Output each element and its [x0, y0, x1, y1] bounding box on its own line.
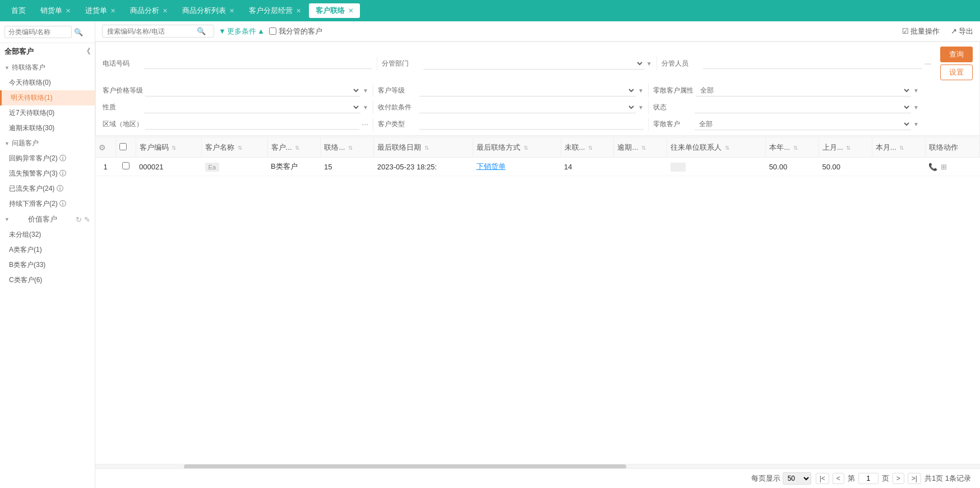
- cell-index: 1: [95, 158, 115, 176]
- batch-op-btn[interactable]: ☑ 批量操作: [902, 26, 940, 36]
- page-size-select[interactable]: 10 20 50 100: [783, 472, 811, 485]
- phone-input[interactable]: [144, 58, 372, 69]
- chevron-down-icon: ▼: [913, 121, 919, 127]
- chevron-down-icon: ▼: [363, 88, 368, 94]
- sidebar-item-churned[interactable]: 已流失客户(24) ⓘ: [0, 181, 95, 196]
- prev-page-btn[interactable]: <: [833, 473, 844, 484]
- ellipsis-icon[interactable]: ···: [362, 119, 368, 128]
- region-input[interactable]: [145, 119, 359, 130]
- sidebar-item-churn-warning[interactable]: 流失预警客户(3) ⓘ: [0, 166, 95, 181]
- close-icon[interactable]: ✕: [110, 7, 115, 15]
- col-checkbox: [115, 138, 136, 158]
- chevron-down-icon: ▼: [913, 104, 919, 111]
- dept-select[interactable]: [423, 58, 644, 70]
- table-row: 1 000021 Ea B类客户 15 2023-05-23 18:25: 下销…: [95, 158, 980, 176]
- action-more-icon[interactable]: ⊞: [941, 163, 947, 171]
- page-number-input[interactable]: [858, 473, 879, 484]
- export-btn[interactable]: ↗ 导出: [951, 26, 973, 36]
- customer-type-input[interactable]: [419, 119, 644, 130]
- group-pending-contact: 待联络客户: [0, 60, 95, 75]
- refresh-icon[interactable]: ↻: [76, 215, 82, 224]
- retail-customer-select[interactable]: 全部: [695, 118, 911, 130]
- edit-icon[interactable]: ✎: [84, 215, 90, 224]
- filter-phone: 电话号码: [103, 58, 372, 69]
- sidebar-item-ungrouped[interactable]: 未分组(32): [0, 227, 95, 242]
- sidebar-item-tomorrow-contact[interactable]: 明天待联络(1): [0, 90, 95, 105]
- close-icon[interactable]: ✕: [229, 7, 234, 15]
- payment-select[interactable]: [419, 102, 636, 113]
- filter-retail-attr: 零散客户属性 全部 ▼: [653, 85, 919, 96]
- sort-icon: ⇅: [793, 145, 798, 151]
- close-icon[interactable]: ✕: [296, 7, 301, 15]
- status-select[interactable]: [695, 102, 911, 113]
- sidebar: 🔍 全部客户 《 待联络客户 今天待联络(0) 明天待联络(1) 近7天待联络(…: [0, 21, 95, 488]
- col-this-month: 本月... ⇅: [872, 138, 925, 158]
- sidebar-item-declining[interactable]: 持续下滑客户(2) ⓘ: [0, 196, 95, 211]
- nav-home[interactable]: 首页: [4, 3, 33, 18]
- sidebar-item-type-a[interactable]: A类客户(1): [0, 242, 95, 257]
- close-icon[interactable]: ✕: [66, 7, 71, 15]
- top-navigation: 首页 销货单 ✕ 进货单 ✕ 商品分析 ✕ 商品分析列表 ✕ 客户分层经营 ✕ …: [0, 0, 980, 21]
- nav-product-analysis-list[interactable]: 商品分析列表 ✕: [175, 3, 241, 18]
- filter-customer-level: 客户等级 ▼: [378, 85, 644, 96]
- sidebar-item-type-b[interactable]: B类客户(33): [0, 257, 95, 273]
- nav-sales-order[interactable]: 销货单 ✕: [34, 3, 77, 18]
- content-area: 🔍 ▼ 更多条件 ▲ 我分管的客户 ☑ 批量操作 ↗ 导出: [95, 21, 980, 488]
- cell-contact-person: [667, 158, 766, 176]
- query-button[interactable]: 查询: [940, 47, 973, 62]
- set-button[interactable]: 设置: [940, 65, 973, 80]
- settings-icon[interactable]: ⚙: [99, 143, 106, 152]
- retail-attr-select[interactable]: 全部: [696, 85, 911, 96]
- sidebar-search-icon[interactable]: 🔍: [74, 28, 83, 36]
- nav-customer-tier[interactable]: 客户分层经营 ✕: [242, 3, 308, 18]
- close-icon[interactable]: ✕: [163, 7, 168, 15]
- row-checkbox[interactable]: [122, 162, 130, 169]
- my-customers-checkbox[interactable]: 我分管的客户: [269, 26, 322, 36]
- search-icon[interactable]: 🔍: [197, 27, 206, 35]
- sort-icon: ⇅: [172, 145, 176, 151]
- ellipsis-icon[interactable]: ···: [924, 59, 931, 68]
- sidebar-item-overdue-contact[interactable]: 逾期未联络(30): [0, 121, 95, 136]
- collapse-icon[interactable]: 《: [83, 47, 90, 57]
- advanced-filter: 电话号码 分管部门 ▼ 分管人员 ··· 查询 设置: [95, 42, 980, 136]
- price-level-select[interactable]: [145, 85, 360, 96]
- data-table-container: ⚙ 客户编码 ⇅ 客户名称 ⇅ 客户... ⇅ 联络... ⇅ 最后联络日期 ⇅…: [95, 138, 980, 464]
- manager-input[interactable]: [703, 58, 923, 69]
- sidebar-item-week-contact[interactable]: 近7天待联络(0): [0, 105, 95, 121]
- sidebar-search-input[interactable]: [4, 26, 72, 38]
- col-actions: 联络动作: [925, 138, 979, 158]
- nature-select[interactable]: [144, 102, 360, 113]
- close-icon[interactable]: ✕: [348, 7, 353, 15]
- filter-row-3: 性质 ▼ 收付款条件 ▼ 状态 ▼: [103, 100, 973, 114]
- select-all-checkbox[interactable]: [119, 143, 127, 150]
- last-contact-link[interactable]: 下销货单: [477, 162, 506, 171]
- filter-price-level: 客户价格等级 ▼: [103, 85, 368, 96]
- group-value-customers: 价值客户 ↻ ✎: [0, 211, 95, 227]
- more-conditions-btn[interactable]: ▼ 更多条件 ▲: [219, 26, 265, 36]
- search-input[interactable]: [107, 27, 197, 35]
- col-contact-count: 联络... ⇅: [321, 138, 374, 158]
- next-page-btn[interactable]: >: [893, 473, 904, 484]
- nav-purchase-order[interactable]: 进货单 ✕: [78, 3, 122, 18]
- action-phone-icon[interactable]: 📞: [928, 163, 937, 171]
- sort-icon: ⇅: [295, 145, 299, 151]
- customer-level-select[interactable]: [419, 85, 636, 96]
- last-page-btn[interactable]: >|: [908, 473, 921, 484]
- sort-icon: ⇅: [524, 145, 528, 151]
- first-page-btn[interactable]: |<: [816, 473, 829, 484]
- nav-product-analysis[interactable]: 商品分析 ✕: [123, 3, 174, 18]
- sidebar-item-today-contact[interactable]: 今天待联络(0): [0, 75, 95, 90]
- my-customers-check[interactable]: [269, 27, 276, 35]
- sidebar-item-type-c[interactable]: C类客户(6): [0, 273, 95, 288]
- cell-checkbox: [115, 158, 136, 176]
- col-last-contact-method: 最后联络方式 ⇅: [473, 138, 561, 158]
- horizontal-scrollbar[interactable]: [95, 464, 980, 468]
- sort-icon: ⇅: [846, 145, 850, 151]
- chevron-down-icon: ▼: [646, 61, 652, 67]
- chevron-up-icon: ▲: [257, 27, 265, 35]
- chevron-down-icon: ▼: [363, 104, 368, 111]
- col-customer-type: 客户... ⇅: [267, 138, 321, 158]
- cell-customer-type: B类客户: [267, 158, 321, 176]
- nav-customer-contact[interactable]: 客户联络 ✕: [309, 3, 360, 18]
- sidebar-item-abnormal-repurchase[interactable]: 回购异常客户(2) ⓘ: [0, 151, 95, 166]
